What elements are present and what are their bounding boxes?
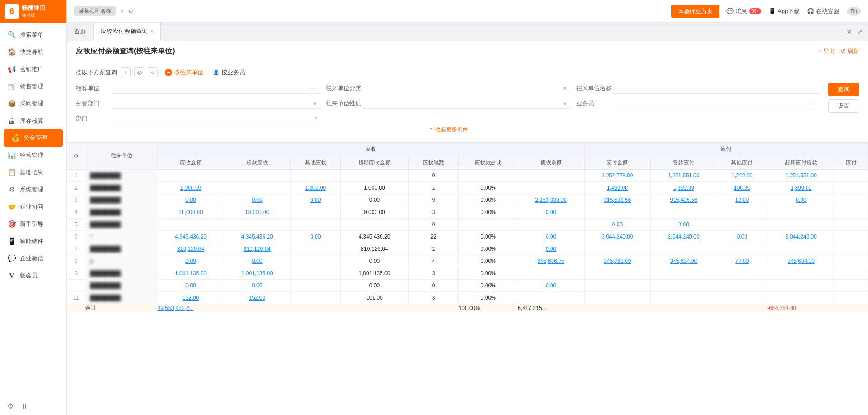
dept-arrow: ▼ (313, 115, 318, 121)
footer-recv-amount[interactable]: 19,553,472,6... (158, 304, 224, 312)
sidebar-label-fund: 资金管理 (24, 134, 47, 142)
th-payable-group: 应付 (584, 143, 868, 156)
cell-unit: ████████ (85, 243, 158, 255)
sidebar-item-member[interactable]: V 畅会员 (0, 267, 66, 284)
table-row: ████████0.000.000.0000.00%0.00 (67, 280, 868, 292)
system-icon: ⚙ (7, 186, 16, 194)
cell-unit: ████████ (85, 170, 158, 182)
table-row: 4████████18,000.0018,000.009,000.0030.00… (67, 206, 868, 219)
message-label: 消息 (736, 7, 747, 15)
window-close-icon[interactable]: ✕ (846, 28, 852, 36)
table-wrapper[interactable]: ⚙ 往来单位 应收 应付 应收金额 贷款应收 其他应收 超期应收金额 应收笔数 … (67, 142, 868, 415)
dept-input[interactable]: ▼ (112, 114, 322, 123)
sidebar-item-sales[interactable]: 🛒 销售管理 (0, 78, 66, 95)
sidebar-item-operation[interactable]: 📊 经营管理 (0, 147, 66, 164)
logo-area: 6 畅捷通贝 标准版 (0, 0, 66, 23)
dept-manager-input[interactable]: ▼ (112, 99, 321, 109)
tab-close-icon[interactable]: × (151, 29, 153, 34)
footer-recv-count (408, 304, 458, 312)
sidebar-label-system: 系统管理 (20, 186, 43, 194)
cell-unit: ████████ (85, 267, 158, 280)
sidebar-label-enterprise: 企业协同 (20, 203, 43, 211)
member-icon: V (7, 272, 16, 280)
sidebar-item-shortcut[interactable]: 🏠 快捷导航 (0, 43, 66, 61)
salesman-input[interactable]: ··· (613, 98, 821, 109)
sidebar-item-search[interactable]: 🔍 搜索菜单 (0, 26, 66, 43)
sales-icon: 🛒 (7, 82, 16, 91)
footer-label: 合计 (85, 304, 158, 312)
sidebar-label-guide: 新手引导 (20, 220, 43, 228)
enterprise-icon: 🤝 (7, 203, 16, 211)
category-label: 往来单位分类 (326, 84, 362, 92)
table-row: 3████████0.000.000.000.0090.00%2,153,333… (67, 194, 868, 206)
inventory-icon: 🏛 (7, 117, 16, 125)
service-icon: 🎧 (807, 8, 814, 14)
logo-icon: 6 (5, 4, 19, 19)
sidebar-item-wechat[interactable]: 💬 企业微信 (0, 250, 66, 267)
filter-arrow-button[interactable]: « (148, 67, 158, 77)
message-action[interactable]: 💬 消息 99+ (726, 7, 761, 15)
export-icon: ↑ (819, 48, 822, 55)
sidebar-item-enterprise[interactable]: 🤝 企业协同 (0, 198, 66, 215)
tab-home-label: 首页 (74, 28, 86, 36)
filter-collapse-btn[interactable]: ⌃ 收起更多条件 (76, 123, 821, 136)
user-avatar[interactable]: Rit (847, 7, 861, 16)
window-expand-icon[interactable]: ⤢ (857, 28, 863, 36)
cell-unit: p (85, 255, 158, 267)
export-button[interactable]: ↑ 导出 (819, 48, 835, 56)
table-row: 6^4,345,436.204,345,436.200.004,345,436.… (67, 231, 868, 243)
sidebar-item-guide[interactable]: 🎯 新手引导 (0, 215, 66, 233)
settlement-input[interactable]: ··· (112, 83, 321, 94)
filter-add-button[interactable]: + (121, 67, 131, 77)
wechat-icon: 💬 (7, 254, 16, 262)
filter-section: 按以下方案查询 + ◎ « ➡ 按往来单位 👤 按业务员 (67, 62, 868, 142)
unit-nature-label: 往来单位性质 (326, 100, 362, 108)
th-recv-ratio: 应收款占比 (459, 156, 518, 170)
sidebar-item-marketing[interactable]: 📢 营销推广 (0, 61, 66, 78)
collapse-footer-icon[interactable]: ⏸ (21, 402, 28, 410)
settlement-label: 结算单位 (76, 84, 112, 92)
action-buttons: 查询 设置 (828, 83, 859, 113)
breadcrumb-arrow: ▼ (119, 8, 125, 14)
sidebar-item-system[interactable]: ⚙ 系统管理 (0, 181, 66, 198)
tab-home[interactable]: 首页 (67, 23, 94, 40)
tab-current[interactable]: 应收应付余额查询 × (94, 23, 161, 41)
filter-tab-unit[interactable]: ➡ 按往来单位 (161, 67, 207, 77)
sidebar-item-purchase[interactable]: 📦 采购管理 (0, 95, 66, 112)
th-recv-loan: 贷款应收 (224, 156, 290, 170)
filter-row-1: 结算单位 ··· 往来单位分类 ▼ (76, 83, 821, 94)
th-settings[interactable]: ⚙ (67, 143, 85, 170)
filter-icon-button[interactable]: ◎ (134, 67, 144, 77)
filter-rows: 结算单位 ··· 往来单位分类 ▼ (76, 83, 821, 123)
category-arrow: ▼ (562, 86, 567, 91)
query-button[interactable]: 查询 (828, 83, 859, 96)
footer-recv-loan (224, 304, 290, 312)
settings-footer-icon[interactable]: ⚙ (7, 402, 14, 410)
table-row: 2████████1,000.001,000.001,000.0010.00%1… (67, 182, 868, 194)
cell-unit: ^ (85, 231, 158, 243)
page-header-actions: ↑ 导出 ↺ 刷新 (819, 48, 859, 56)
app-download-action[interactable]: 📱 App下载 (769, 7, 800, 15)
footer-pay-amount (584, 304, 651, 312)
online-service-action[interactable]: 🎧 在线客服 (807, 7, 840, 15)
unit-nature-arrow: ▼ (562, 101, 567, 106)
refresh-button[interactable]: ↺ 刷新 (840, 48, 859, 56)
tab-bar-actions: ✕ ⤢ (841, 28, 868, 36)
main-wrapper: 某某公司名称 ▼ ⚙ 体验行业方案 💬 消息 99+ 📱 App下载 🎧 在线客… (67, 0, 868, 415)
gear-icon-header[interactable]: ⚙ (128, 8, 133, 14)
setting-button[interactable]: 设置 (828, 99, 859, 113)
sidebar-label-wechat: 企业微信 (20, 254, 43, 262)
sidebar-item-inventory[interactable]: 🏛 库存核算 (0, 112, 66, 129)
sidebar: 6 畅捷通贝 标准版 🔍 搜索菜单 🏠 快捷导航 📢 营销推广 🛒 销售管理 📦… (0, 0, 67, 415)
sidebar-item-basic[interactable]: 📋 基础信息 (0, 164, 66, 181)
unit-nature-input[interactable]: ▼ (362, 99, 571, 109)
page-header: 应收应付余额查询(按往来单位) ↑ 导出 ↺ 刷新 (67, 41, 868, 62)
sidebar-item-fund[interactable]: 💰 资金管理 (4, 129, 63, 147)
industry-btn[interactable]: 体验行业方案 (671, 5, 719, 18)
sidebar-item-hardware[interactable]: 📱 智能硬件 (0, 233, 66, 250)
header-actions: 体验行业方案 💬 消息 99+ 📱 App下载 🎧 在线客服 Rit (671, 5, 861, 18)
filter-field-salesman: 业务员 ··· (576, 98, 821, 109)
filter-tab-salesman[interactable]: 👤 按业务员 (209, 67, 249, 77)
unitname-input[interactable] (613, 83, 821, 94)
category-input[interactable]: ▼ (362, 84, 571, 93)
